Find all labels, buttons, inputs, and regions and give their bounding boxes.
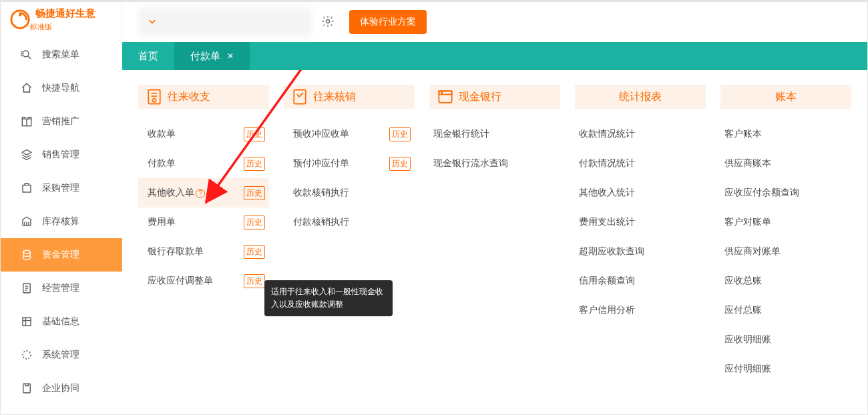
- history-button[interactable]: 历史: [389, 127, 411, 141]
- menu-item[interactable]: 收款核销执行: [284, 178, 415, 208]
- menu-item[interactable]: 银行存取款单历史: [138, 237, 269, 266]
- history-button[interactable]: 历史: [389, 157, 411, 171]
- sidebar-item-label: 经营管理: [42, 282, 79, 294]
- panel-title: 往来收支: [168, 90, 210, 104]
- svg-rect-22: [23, 384, 31, 393]
- menu-item[interactable]: 现金银行流水查询: [429, 149, 560, 178]
- menu-item-label: 应收明细账: [724, 334, 771, 346]
- menu-item[interactable]: 应付明细账: [720, 354, 851, 384]
- sidebar-item-0[interactable]: 搜索菜单: [1, 38, 122, 71]
- menu-item[interactable]: 应收总账: [720, 266, 851, 296]
- panel-title: 账本: [775, 90, 797, 104]
- sidebar-item-9[interactable]: 系统管理: [1, 338, 122, 372]
- menu-item-label: 客户账本: [724, 128, 762, 140]
- menu-item[interactable]: 预付冲应付单历史: [284, 149, 415, 178]
- menu-item[interactable]: 应收明细账: [720, 325, 851, 354]
- close-icon[interactable]: ✕: [227, 51, 234, 61]
- menu-item[interactable]: 付款核销执行: [284, 208, 415, 237]
- history-button[interactable]: 历史: [244, 216, 265, 230]
- sidebar-item-label: 营销推广: [42, 115, 79, 127]
- org-selector[interactable]: [138, 3, 312, 41]
- svg-point-23: [327, 19, 330, 23]
- menu-item[interactable]: 客户对账单: [720, 208, 851, 237]
- menu-item-label: 信用余额查询: [579, 275, 635, 287]
- panel-header: 账本: [720, 85, 851, 109]
- menu-item-label: 应收应付调整单: [148, 275, 213, 287]
- tab-0[interactable]: 首页: [122, 42, 174, 70]
- panel-col1: 往来收支收款单历史付款单历史其他收入单?历史费用单历史银行存取款单历史应收应付调…: [138, 85, 269, 405]
- menu-item-label: 费用支出统计: [579, 216, 635, 228]
- menu-item[interactable]: 应收应付余额查询: [720, 178, 851, 208]
- svg-point-21: [23, 351, 31, 359]
- history-button[interactable]: 历史: [244, 274, 265, 288]
- menu-item-label: 应收总账: [724, 275, 762, 287]
- panel-col4: 统计报表收款情况统计付款情况统计其他收入统计费用支出统计超期应收款查询信用余额查…: [575, 85, 706, 405]
- menu-item[interactable]: 费用单历史: [138, 208, 269, 237]
- sidebar-item-3[interactable]: 销售管理: [1, 138, 122, 171]
- menu-item-label: 现金银行流水查询: [433, 157, 508, 169]
- menu-item-label: 收款单: [148, 128, 176, 140]
- menu-item[interactable]: 超期应收款查询: [575, 237, 706, 266]
- menu-item-label: 超期应收款查询: [579, 246, 644, 258]
- brand-logo-icon: [10, 9, 30, 29]
- sidebar-item-label: 采购管理: [42, 182, 79, 194]
- sidebar-item-5[interactable]: 库存核算: [1, 205, 122, 238]
- menu-item[interactable]: 客户信用分析: [575, 296, 706, 325]
- menu-item-label: 费用单: [148, 216, 176, 228]
- tab-label: 付款单: [190, 50, 220, 63]
- menu-item[interactable]: 信用余额查询: [575, 266, 706, 296]
- menu-item-label: 应付总账: [724, 304, 762, 316]
- menu-item[interactable]: 应收应付调整单历史: [138, 266, 269, 296]
- sidebar-item-1[interactable]: 快捷导航: [1, 71, 122, 105]
- menu-item-label: 预付冲应付单: [293, 157, 349, 169]
- menu-item[interactable]: 应付总账: [720, 296, 851, 325]
- menu-item[interactable]: 收款情况统计: [575, 119, 706, 149]
- menu-item[interactable]: 供应商账本: [720, 149, 851, 178]
- menu-item[interactable]: 付款情况统计: [575, 149, 706, 178]
- panel-title: 往来核销: [313, 90, 356, 104]
- menu-item[interactable]: 其他收入统计: [575, 178, 706, 208]
- panel-header: 现金银行: [429, 85, 560, 109]
- history-button[interactable]: 历史: [244, 245, 265, 259]
- menu-item-label: 收款情况统计: [579, 128, 635, 140]
- gear-icon[interactable]: [321, 15, 335, 30]
- menu-item[interactable]: 其他收入单?历史: [138, 178, 269, 208]
- panel-header: 统计报表: [575, 85, 706, 109]
- brand-title: 畅捷通好生意: [35, 7, 95, 20]
- panel-col3: 现金银行现金银行统计现金银行流水查询: [429, 85, 560, 405]
- menu-item-label: 付款单: [148, 157, 176, 169]
- menu-item-label: 供应商账本: [724, 157, 771, 169]
- svg-line-3: [28, 56, 31, 59]
- history-button[interactable]: 历史: [244, 157, 265, 171]
- svg-rect-18: [23, 318, 31, 326]
- menu-item[interactable]: 费用支出统计: [575, 208, 706, 237]
- menu-item[interactable]: 付款单历史: [138, 149, 269, 178]
- sidebar-item-2[interactable]: 营销推广: [1, 105, 122, 138]
- menu-item[interactable]: 客户账本: [720, 119, 851, 149]
- sidebar-item-7[interactable]: 经营管理: [1, 272, 122, 305]
- sidebar-item-8[interactable]: 基础信息: [1, 305, 122, 338]
- sidebar-item-label: 搜索菜单: [42, 49, 79, 61]
- industry-plan-button[interactable]: 体验行业方案: [349, 10, 427, 34]
- menu-item-label: 付款核销执行: [293, 216, 349, 228]
- menu-item[interactable]: 供应商对账单: [720, 237, 851, 266]
- sidebar-item-4[interactable]: 采购管理: [1, 171, 122, 205]
- menu-item-label: 银行存取款单: [148, 246, 204, 258]
- sidebar-item-6[interactable]: 资金管理: [1, 238, 122, 272]
- tab-bar: 首页付款单✕: [122, 42, 867, 70]
- svg-rect-8: [23, 185, 31, 193]
- panel-header-icon: [290, 87, 309, 109]
- menu-item[interactable]: 收款单历史: [138, 119, 269, 149]
- svg-point-2: [23, 51, 29, 57]
- menu-item[interactable]: 现金银行统计: [429, 119, 560, 149]
- help-icon[interactable]: ?: [196, 189, 205, 198]
- history-button[interactable]: 历史: [244, 127, 265, 141]
- tab-1[interactable]: 付款单✕: [174, 42, 250, 70]
- sidebar-item-10[interactable]: 企业协同: [1, 372, 122, 405]
- menu-item-label: 客户信用分析: [579, 304, 635, 316]
- menu-item[interactable]: 预收冲应收单历史: [284, 119, 415, 149]
- panel-header-icon: [436, 87, 455, 109]
- history-button[interactable]: 历史: [244, 186, 265, 200]
- sidebar-item-label: 库存核算: [42, 216, 79, 228]
- sidebar-item-label: 企业协同: [42, 382, 79, 394]
